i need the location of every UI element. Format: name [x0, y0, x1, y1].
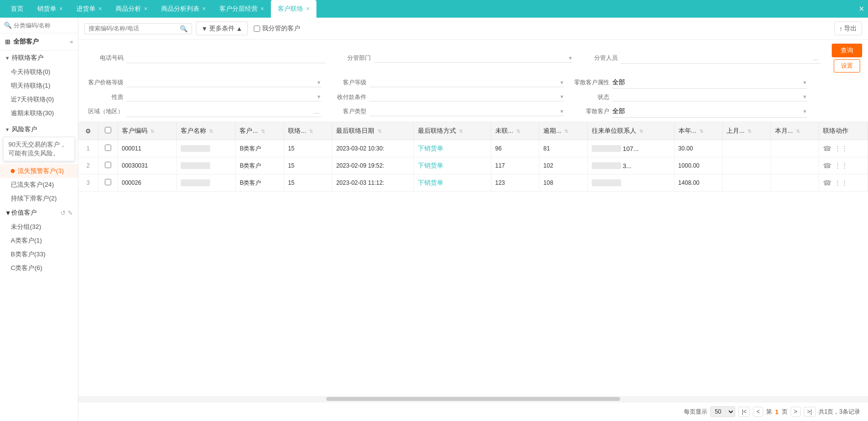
row1-checkbox[interactable] [105, 145, 111, 151]
sidebar-item-tomorrow[interactable]: 明天待联络(1) [0, 79, 78, 93]
next-page-btn[interactable]: > [791, 407, 801, 417]
sidebar-item-class-c[interactable]: C类客户(6) [0, 261, 78, 275]
horizontal-scrollbar[interactable] [78, 396, 868, 402]
close-analysis-tab[interactable]: × [144, 5, 147, 12]
row3-checkbox[interactable] [105, 179, 111, 185]
sidebar-item-declining[interactable]: 持续下滑客户(2) [0, 192, 78, 205]
row2-last-method[interactable]: 下销货单 [413, 157, 491, 174]
filter-zero-attr-select[interactable]: 全部 ▼ [612, 76, 807, 89]
col-this-month[interactable]: 本月... ⇅ [771, 122, 819, 140]
sidebar-all-customers[interactable]: ⊞ 全部客户 « [0, 33, 78, 50]
filter-region-dots[interactable]: ... [312, 108, 321, 115]
col-overdue[interactable]: 逾期... ⇅ [539, 122, 588, 140]
row2-uncontacted: 117 [491, 157, 539, 174]
sidebar-group-value[interactable]: ▼ 价值客户 ↺ ✎ [0, 205, 78, 220]
filter-region-select[interactable]: ... [126, 106, 321, 117]
col-name[interactable]: 客户名称 ⇅ [176, 122, 235, 140]
sidebar-item-today[interactable]: 今天待联络(0) [0, 65, 78, 79]
my-customers-checkbox[interactable]: 我分管的客户 [254, 24, 300, 33]
sidebar-item-7days[interactable]: 近7天待联络(0) [0, 93, 78, 106]
last-page-btn[interactable]: >| [804, 407, 816, 417]
row1-method-link[interactable]: 下销货单 [418, 145, 443, 152]
filter-zero-customer-select[interactable]: 全部 ▼ [612, 105, 807, 118]
col-last-month[interactable]: 上月... ⇅ [723, 122, 771, 140]
filter-person: 分管人员 ... [579, 53, 820, 64]
export-btn[interactable]: ↑ 导出 [834, 22, 863, 35]
tab-analysis[interactable]: 商品分析 × [109, 0, 154, 18]
sidebar-group-churn[interactable]: ▼ 风险客户 [0, 122, 78, 137]
filter-person-select[interactable]: ... [621, 53, 820, 64]
col-unit-contact[interactable]: 往来单位联系人 ⇅ [587, 122, 674, 140]
col-this-year[interactable]: 本年... ⇅ [674, 122, 723, 140]
col-contact[interactable]: 联络... ⇅ [284, 122, 332, 140]
row2-last-date: 2023-02-09 19:52: [332, 157, 413, 174]
tab-home[interactable]: 首页 [4, 0, 30, 18]
filter-status-select[interactable]: ▼ [612, 93, 807, 101]
filter-payment-select[interactable]: ▼ [369, 93, 564, 101]
row3-check[interactable] [98, 174, 118, 192]
toolbar-search-box[interactable]: 🔍 [84, 23, 192, 34]
value-group-icons: ↺ ✎ [60, 209, 73, 217]
sidebar-item-class-b[interactable]: B类客户(33) [0, 248, 78, 261]
tab-customer-tier[interactable]: 客户分层经营 × [213, 0, 271, 18]
row2-more-icon[interactable]: ⋮⋮ [834, 162, 848, 170]
sidebar-item-ungrouped[interactable]: 未分组(32) [0, 220, 78, 234]
col-check[interactable] [98, 122, 118, 140]
close-purchase-tab[interactable]: × [98, 5, 102, 12]
settings-button[interactable]: 设置 [834, 59, 860, 73]
filter-phone-input[interactable] [126, 53, 326, 63]
row3-phone-icon[interactable]: ☎ [823, 179, 831, 187]
tab-customer-contact[interactable]: 客户联络 × [271, 0, 316, 18]
window-close-icon[interactable]: × [859, 4, 864, 14]
sidebar-item-churned[interactable]: 已流失客户(24) [0, 178, 78, 192]
row3-method-link[interactable]: 下销货单 [418, 179, 443, 186]
filter-dept-select[interactable]: ▼ [374, 54, 573, 63]
col-code[interactable]: 客户编码 ⇅ [118, 122, 176, 140]
row3-more-icon[interactable]: ⋮⋮ [834, 179, 848, 187]
sidebar-item-class-a[interactable]: A类客户(1) [0, 234, 78, 248]
row1-phone-icon[interactable]: ☎ [823, 145, 831, 152]
settings-gear-icon[interactable]: ⚙ [85, 127, 91, 135]
per-page-select[interactable]: 50 100 200 [710, 406, 735, 417]
row1-last-method[interactable]: 下销货单 [413, 140, 491, 157]
toolbar-search-input[interactable] [89, 25, 178, 32]
toolbar-search-icon[interactable]: 🔍 [180, 25, 188, 32]
close-sales-tab[interactable]: × [59, 5, 63, 12]
page-label-before: 第 [766, 408, 772, 416]
tab-sales[interactable]: 销货单 × [30, 0, 70, 18]
filter-customer-level-select[interactable]: ▼ [369, 78, 564, 87]
close-customer-contact-tab[interactable]: × [306, 5, 310, 12]
select-all-checkbox[interactable] [105, 127, 111, 133]
filter-nature-select[interactable]: ▼ [126, 93, 321, 101]
col-last-method[interactable]: 最后联络方式 ⇅ [413, 122, 491, 140]
sidebar-group-pending[interactable]: ▼ 待联络客户 [0, 50, 78, 65]
filter-price-select[interactable]: ▼ [126, 78, 321, 87]
row2-check[interactable] [98, 157, 118, 174]
query-button[interactable]: 查询 [832, 44, 862, 57]
my-customers-check[interactable] [254, 25, 260, 32]
col-last-date[interactable]: 最后联络日期 ⇅ [332, 122, 413, 140]
sidebar-search-input[interactable] [14, 22, 74, 29]
first-page-btn[interactable]: |< [738, 407, 750, 417]
prev-page-btn[interactable]: < [753, 407, 763, 417]
sidebar-search-box[interactable]: 🔍 [0, 18, 78, 33]
close-analysis-list-tab[interactable]: × [202, 5, 206, 12]
col-type[interactable]: 客户... ⇅ [236, 122, 284, 140]
col-uncontacted[interactable]: 未联... ⇅ [491, 122, 539, 140]
close-customer-tier-tab[interactable]: × [261, 5, 264, 12]
sidebar-item-churn-warning[interactable]: 流失预警客户(3) [0, 164, 78, 178]
row2-checkbox[interactable] [105, 162, 111, 168]
tab-purchase[interactable]: 进货单 × [70, 0, 109, 18]
filter-person-dots[interactable]: ... [811, 54, 820, 62]
row1-more-icon[interactable]: ⋮⋮ [834, 145, 848, 152]
more-conditions-btn[interactable]: ▼ 更多条件 ▲ [196, 22, 248, 35]
row1-check[interactable] [98, 140, 118, 157]
scrollbar-thumb[interactable] [326, 397, 620, 401]
row2-phone-icon[interactable]: ☎ [823, 162, 831, 170]
row3-last-method[interactable]: 下销货单 [413, 174, 491, 192]
filter-customer-type-select[interactable]: ▼ [369, 107, 564, 116]
sidebar-item-overdue[interactable]: 逾期未联络(30) [0, 106, 78, 120]
row2-method-link[interactable]: 下销货单 [418, 162, 443, 169]
arrow-down-icon-2: ▼ [5, 127, 10, 132]
tab-analysis-list[interactable]: 商品分析列表 × [154, 0, 213, 18]
